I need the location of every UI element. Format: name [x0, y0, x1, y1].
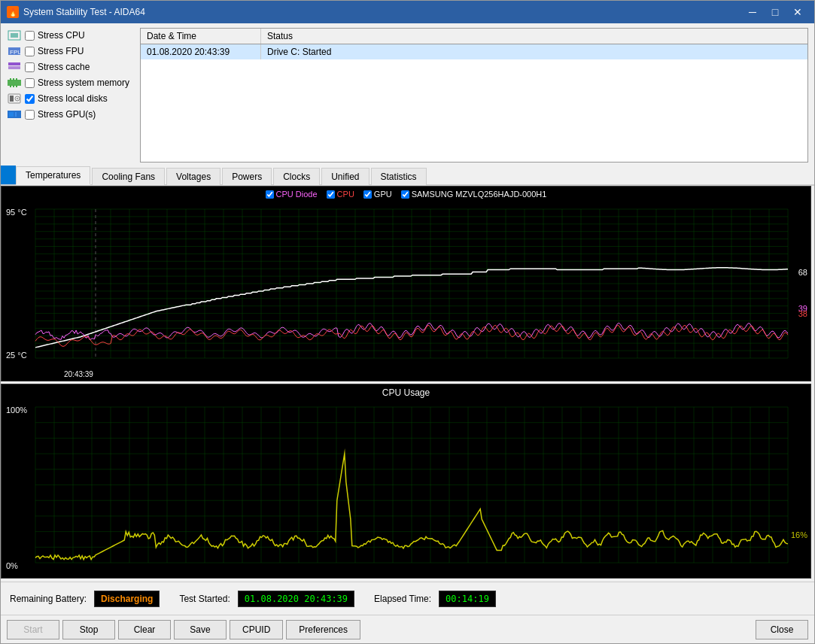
memory-icon	[7, 77, 22, 89]
status-bar: Remaining Battery: Discharging Test Star…	[1, 582, 814, 615]
legend-cpu-diode-checkbox[interactable]	[266, 190, 274, 199]
top-section: Stress CPU FPU Stress FPU	[1, 23, 814, 163]
svg-rect-19	[15, 112, 17, 117]
stress-cache-label: Stress cache	[38, 62, 90, 72]
svg-rect-8	[13, 78, 14, 80]
log-header-row: Date & Time Status	[141, 29, 807, 44]
cpu-usage-title: CPU Usage	[2, 387, 810, 398]
test-started-label: Test Started:	[179, 594, 230, 604]
svg-point-16	[17, 98, 18, 99]
svg-rect-5	[8, 66, 20, 69]
stop-button[interactable]: Stop	[62, 620, 115, 639]
tabs-bar: Temperatures Cooling Fans Voltages Power…	[1, 163, 814, 186]
svg-rect-12	[16, 85, 17, 87]
svg-rect-10	[10, 85, 11, 87]
elapsed-label: Elapsed Time:	[374, 594, 431, 604]
legend-samsung-checkbox[interactable]	[401, 190, 409, 199]
cpu-usage-chart: CPU Usage 100% 0% 16%	[1, 384, 811, 579]
clear-button[interactable]: Clear	[118, 620, 171, 639]
log-table: Date & Time Status 01.08.2020 20:43:39 D…	[140, 28, 808, 163]
full-content: Stress CPU FPU Stress FPU	[1, 23, 814, 643]
tab-clocks[interactable]: Clocks	[273, 168, 320, 185]
svg-text:FPU: FPU	[10, 49, 21, 56]
tab-cooling-fans[interactable]: Cooling Fans	[92, 168, 165, 185]
stress-cache-checkbox[interactable]	[25, 62, 35, 72]
usage-y-bottom: 0%	[6, 561, 18, 570]
stress-local-label: Stress local disks	[38, 93, 108, 104]
tab-statistics[interactable]: Statistics	[371, 168, 427, 185]
close-window-button[interactable]: ✕	[787, 5, 808, 20]
temp-chart-canvas	[2, 187, 810, 381]
stress-fpu-item: FPU Stress FPU	[7, 44, 134, 59]
temp-time-label: 20:43:39	[62, 369, 96, 379]
toolbar: Start Stop Clear Save CPUID Preferences …	[1, 615, 814, 643]
legend-samsung-label: SAMSUNG MZVLQ256HAJD-000H1	[412, 190, 547, 199]
temp-y-bottom: 25 °C	[6, 351, 27, 360]
svg-rect-7	[10, 78, 11, 80]
tab-temperatures[interactable]: Temperatures	[16, 166, 90, 185]
legend-cpu-diode-label: CPU Diode	[276, 190, 318, 199]
usage-y-top: 100%	[6, 406, 27, 415]
svg-rect-4	[8, 62, 20, 65]
tab-powers[interactable]: Powers	[222, 168, 272, 185]
log-cell-datetime-0: 01.08.2020 20:43:39	[141, 44, 261, 59]
svg-rect-1	[11, 33, 18, 38]
temperature-chart: CPU Diode CPU GPU	[1, 186, 811, 381]
tab-unified[interactable]: Unified	[321, 168, 369, 185]
legend-cpu: CPU	[327, 190, 354, 199]
cpuid-button[interactable]: CPUID	[230, 620, 283, 639]
save-button[interactable]: Save	[174, 620, 227, 639]
legend-cpu-diode: CPU Diode	[266, 190, 318, 199]
elapsed-value: 00:14:19	[439, 591, 496, 607]
stress-memory-label: Stress system memory	[38, 77, 129, 88]
preferences-button[interactable]: Preferences	[286, 620, 360, 639]
legend-gpu-checkbox[interactable]	[363, 190, 372, 199]
stress-memory-checkbox[interactable]	[25, 78, 35, 88]
chart-container: CPU Diode CPU GPU	[1, 186, 814, 582]
usage-current-value: 16%	[791, 530, 807, 539]
battery-value: Discharging	[94, 591, 160, 607]
log-cell-status-0: Drive C: Started	[261, 44, 337, 59]
minimize-button[interactable]: ─	[742, 5, 763, 20]
stress-options-panel: Stress CPU FPU Stress FPU	[1, 23, 140, 163]
stress-cache-item: Stress cache	[7, 59, 134, 74]
svg-rect-9	[16, 78, 17, 80]
stress-fpu-label: Stress FPU	[38, 46, 84, 56]
main-right-panel: Temperatures Cooling Fans Voltages Power…	[1, 163, 814, 582]
tab-voltages[interactable]: Voltages	[166, 168, 220, 185]
stress-local-checkbox[interactable]	[25, 94, 35, 104]
legend-gpu-label: GPU	[374, 190, 392, 199]
cache-icon	[7, 61, 22, 73]
stress-cpu-checkbox[interactable]	[25, 31, 35, 41]
main-window: 🔥 System Stability Test - AIDA64 ─ □ ✕	[0, 0, 815, 644]
stress-fpu-checkbox[interactable]	[25, 47, 35, 56]
temp-value-68: 68	[798, 268, 807, 277]
disk-icon	[7, 93, 22, 105]
stress-cpu-label: Stress CPU	[38, 30, 85, 41]
legend-gpu: GPU	[363, 190, 392, 199]
svg-rect-14	[10, 96, 14, 102]
test-started-value: 01.08.2020 20:43:39	[238, 591, 354, 607]
stress-cpu-item: Stress CPU	[7, 28, 134, 43]
log-panel: Date & Time Status 01.08.2020 20:43:39 D…	[140, 23, 814, 163]
cpu-icon	[7, 29, 22, 41]
start-button[interactable]: Start	[7, 620, 59, 639]
svg-rect-11	[13, 85, 14, 87]
stress-gpu-item: Stress GPU(s)	[7, 107, 134, 122]
window-controls: ─ □ ✕	[742, 5, 808, 20]
stress-gpu-label: Stress GPU(s)	[38, 109, 96, 120]
stress-local-item: Stress local disks	[7, 91, 134, 106]
log-header-datetime: Date & Time	[141, 29, 261, 44]
legend-samsung: SAMSUNG MZVLQ256HAJD-000H1	[401, 190, 547, 199]
stress-gpu-checkbox[interactable]	[25, 110, 35, 120]
tabs-and-charts: Temperatures Cooling Fans Voltages Power…	[1, 163, 814, 582]
maximize-button[interactable]: □	[765, 5, 786, 20]
close-button[interactable]: Close	[756, 620, 808, 639]
window-title: System Stability Test - AIDA64	[23, 7, 742, 17]
legend-cpu-label: CPU	[337, 190, 354, 199]
temp-value-38: 38	[798, 309, 807, 318]
legend-cpu-checkbox[interactable]	[327, 190, 335, 199]
svg-rect-6	[8, 80, 21, 86]
log-header-status: Status	[261, 29, 299, 44]
gpu-icon	[7, 108, 22, 120]
